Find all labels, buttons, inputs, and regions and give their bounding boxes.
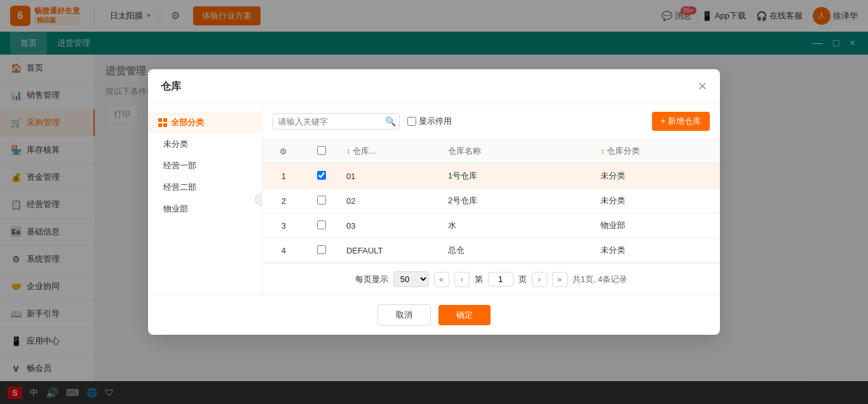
th-settings: ⚙ xyxy=(262,139,305,164)
modal-header: 仓库 ✕ xyxy=(148,69,720,104)
th-category: ↕ 仓库分类 xyxy=(593,139,720,164)
category-panel: 全部分类 未分类 经营一部 经营二部 物业部 《 xyxy=(148,104,262,295)
cat-item-unclassified[interactable]: 未分类 xyxy=(148,133,262,155)
th-code: ↕ 仓库... xyxy=(339,139,440,164)
cancel-btn[interactable]: 取消 xyxy=(377,304,431,326)
table-row[interactable]: 2 02 2号仓库 未分类 xyxy=(262,189,720,213)
row-category: 未分类 xyxy=(593,164,720,189)
modal-footer: 取消 确定 xyxy=(148,295,720,335)
row-num: 3 xyxy=(262,213,305,238)
per-page-select[interactable]: 50 10 20 100 xyxy=(393,271,429,287)
row-category: 未分类 xyxy=(593,189,720,213)
row-checkbox[interactable] xyxy=(317,245,326,254)
content-toolbar: 🔍 显示停用 + 新增仓库 xyxy=(262,104,720,139)
row-checkbox[interactable] xyxy=(317,196,326,205)
modal-title: 仓库 xyxy=(161,80,181,93)
show-disabled-checkbox[interactable] xyxy=(407,117,416,126)
warehouse-table-wrapper: ⚙ ↕ 仓库... 仓库名称 xyxy=(262,139,720,263)
row-checkbox-cell xyxy=(305,189,339,213)
prev-page-btn[interactable]: ‹ xyxy=(454,272,470,287)
table-row[interactable]: 3 03 水 物业部 xyxy=(262,213,720,238)
next-page-btn[interactable]: › xyxy=(532,272,547,287)
sort-code-icon: ↕ xyxy=(346,146,351,156)
page-word: 第 xyxy=(475,274,483,285)
row-checkbox[interactable] xyxy=(317,171,326,180)
modal-close-btn[interactable]: ✕ xyxy=(698,79,707,93)
new-warehouse-btn[interactable]: + 新增仓库 xyxy=(652,112,710,131)
modal-body: 全部分类 未分类 经营一部 经营二部 物业部 《 🔍 xyxy=(148,104,720,295)
search-box: 🔍 xyxy=(273,113,400,130)
settings-th-icon: ⚙ xyxy=(280,147,287,156)
row-category: 未分类 xyxy=(593,238,720,263)
warehouse-modal: 仓库 ✕ 全部分类 未分类 经营一部 经营二部 物业部 《 xyxy=(148,69,720,335)
cat-item-ops1[interactable]: 经营一部 xyxy=(148,155,262,177)
row-category: 物业部 xyxy=(593,213,720,238)
show-disabled-label[interactable]: 显示停用 xyxy=(407,116,452,127)
row-num: 1 xyxy=(262,164,305,189)
row-num: 4 xyxy=(262,238,305,263)
row-checkbox-cell xyxy=(305,164,339,189)
row-checkbox-cell xyxy=(305,238,339,263)
row-checkbox-cell xyxy=(305,213,339,238)
cat-item-property[interactable]: 物业部 xyxy=(148,198,262,220)
row-code: DEFAULT xyxy=(339,238,440,263)
last-page-btn[interactable]: » xyxy=(552,272,567,287)
row-code: 03 xyxy=(339,213,440,238)
row-name: 2号仓库 xyxy=(440,189,593,213)
table-row[interactable]: 1 01 1号仓库 未分类 xyxy=(262,164,720,189)
warehouse-table: ⚙ ↕ 仓库... 仓库名称 xyxy=(262,139,720,263)
search-icon[interactable]: 🔍 xyxy=(385,116,396,126)
pagination: 每页显示 50 10 20 100 « ‹ 第 页 › » 共1页, 4条记录 xyxy=(262,263,720,295)
th-checkbox xyxy=(305,139,339,164)
search-input[interactable] xyxy=(278,117,385,126)
total-info: 共1页, 4条记录 xyxy=(573,274,628,285)
table-row[interactable]: 4 DEFAULT 总仓 未分类 xyxy=(262,238,720,263)
row-name: 总仓 xyxy=(440,238,593,263)
first-page-btn[interactable]: « xyxy=(434,272,449,287)
th-name: 仓库名称 xyxy=(440,139,593,164)
confirm-btn[interactable]: 确定 xyxy=(438,305,491,325)
all-categories-item[interactable]: 全部分类 xyxy=(148,112,262,133)
table-header-row: ⚙ ↕ 仓库... 仓库名称 xyxy=(262,139,720,164)
row-code: 01 xyxy=(339,164,440,189)
row-name: 水 xyxy=(440,213,593,238)
select-all-checkbox[interactable] xyxy=(317,146,326,155)
content-panel: 🔍 显示停用 + 新增仓库 ⚙ xyxy=(262,104,720,295)
grid-icon xyxy=(158,118,167,127)
sort-cat-icon: ↕ xyxy=(600,146,605,156)
row-name: 1号仓库 xyxy=(440,164,593,189)
row-code: 02 xyxy=(339,189,440,213)
row-checkbox[interactable] xyxy=(317,220,326,229)
cat-item-ops2[interactable]: 经营二部 xyxy=(148,177,262,198)
row-num: 2 xyxy=(262,189,305,213)
modal-overlay: 仓库 ✕ 全部分类 未分类 经营一部 经营二部 物业部 《 xyxy=(0,0,868,404)
page-number-input[interactable] xyxy=(488,272,513,286)
